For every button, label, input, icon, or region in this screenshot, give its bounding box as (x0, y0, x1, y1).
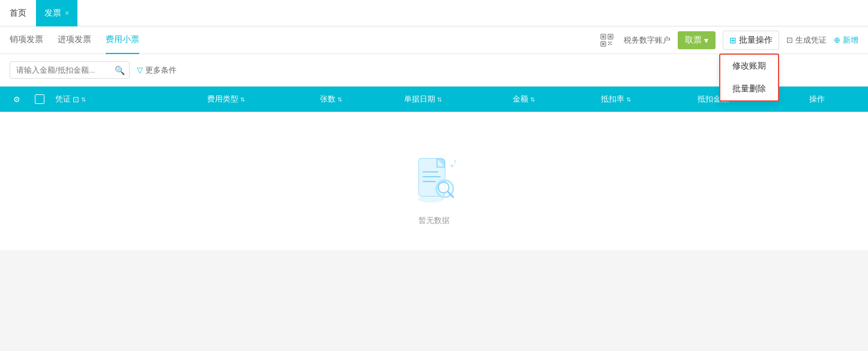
th-count: 张数 ⇅ (293, 94, 369, 105)
date-sort-icon[interactable]: ⇅ (437, 96, 442, 103)
close-icon[interactable]: × (65, 9, 69, 17)
batch-op-icon: ⊞ (729, 35, 737, 45)
th-deduct-rate: 抵扣率 ⇅ (570, 94, 662, 105)
th-voucher: 凭证 ⊡ ⇅ (50, 94, 159, 105)
th-amount: 金额 ⇅ (477, 94, 570, 105)
take-ticket-dropdown-icon: ▾ (704, 35, 708, 45)
tab-sales[interactable]: 销项发票 (10, 26, 43, 54)
invoice-tab-label: 发票 (44, 8, 61, 19)
home-tab[interactable]: 首页 (10, 8, 36, 19)
sub-tabs-left: 销项发票 进项发票 费用小票 (10, 26, 139, 54)
tab-input[interactable]: 进项发票 (58, 26, 91, 54)
svg-line-20 (454, 163, 456, 165)
table-area: ⚙ 凭证 ⊡ ⇅ 费用类型 ⇅ 张数 ⇅ 单据日期 ⇅ 金额 ⇅ 抵扣率 ⇅ (0, 87, 868, 250)
add-icon: ⊕ (834, 35, 840, 44)
batch-op-button[interactable]: ⊞ 批量操作 (723, 31, 779, 50)
voucher-sort-icon[interactable]: ⇅ (81, 96, 86, 103)
top-nav: 首页 发票 × (0, 0, 868, 26)
sub-tabs-bar: 销项发票 进项发票 费用小票 税务数字账户 (0, 26, 868, 54)
empty-state: 暂无数据 (0, 112, 868, 250)
deduct-rate-sort-icon[interactable]: ⇅ (626, 96, 631, 103)
filter-icon: ▽ (137, 66, 143, 75)
expense-type-sort-icon[interactable]: ⇅ (240, 96, 245, 103)
add-button[interactable]: ⊕ 新增 (834, 35, 858, 46)
more-filter-button[interactable]: ▽ 更多条件 (137, 65, 176, 76)
svg-point-18 (451, 165, 453, 167)
empty-text: 暂无数据 (418, 215, 450, 226)
take-ticket-button[interactable]: 取票 ▾ (678, 31, 716, 49)
svg-rect-5 (602, 43, 604, 45)
th-date: 单据日期 ⇅ (369, 94, 477, 105)
qr-button[interactable] (597, 31, 616, 50)
batch-op-dropdown: 修改账期 批量删除 (719, 53, 779, 102)
svg-rect-9 (610, 44, 612, 45)
amount-sort-icon[interactable]: ⇅ (530, 96, 535, 103)
dropdown-item-batch-delete[interactable]: 批量删除 (720, 78, 778, 100)
tab-expense[interactable]: 费用小票 (106, 26, 139, 54)
tax-account-button[interactable]: 税务数字账户 (624, 35, 671, 46)
th-actions: 操作 (771, 94, 863, 105)
empty-state-icon (404, 148, 464, 208)
invoice-tab[interactable]: 发票 × (36, 0, 77, 26)
generate-voucher-button[interactable]: ⊡ 生成凭证 (786, 35, 827, 46)
batch-op-wrap: ⊞ 批量操作 修改账期 批量删除 (723, 31, 779, 50)
svg-rect-7 (610, 41, 612, 43)
svg-rect-10 (609, 43, 610, 44)
sub-tabs-right: 税务数字账户 取票 ▾ ⊞ 批量操作 修改账期 批量删除 ⊡ 生成凭证 (597, 31, 858, 50)
svg-rect-6 (608, 41, 609, 43)
th-gear[interactable]: ⚙ (5, 95, 29, 104)
generate-voucher-icon: ⊡ (786, 35, 793, 44)
search-input-wrap: 🔍 (10, 61, 130, 79)
qr-icon (600, 34, 613, 47)
svg-point-19 (454, 160, 456, 162)
count-sort-icon[interactable]: ⇅ (337, 96, 342, 103)
svg-rect-3 (609, 35, 612, 38)
gear-icon: ⚙ (13, 95, 20, 104)
voucher-icon: ⊡ (73, 95, 79, 104)
search-icon[interactable]: 🔍 (115, 66, 125, 75)
svg-rect-8 (608, 44, 609, 45)
svg-rect-1 (602, 35, 604, 38)
th-expense-type: 费用类型 ⇅ (159, 94, 293, 105)
dropdown-item-modify-period[interactable]: 修改账期 (720, 55, 778, 78)
th-checkbox[interactable] (29, 94, 50, 104)
select-all-checkbox[interactable] (35, 94, 44, 104)
search-input[interactable] (10, 61, 130, 79)
